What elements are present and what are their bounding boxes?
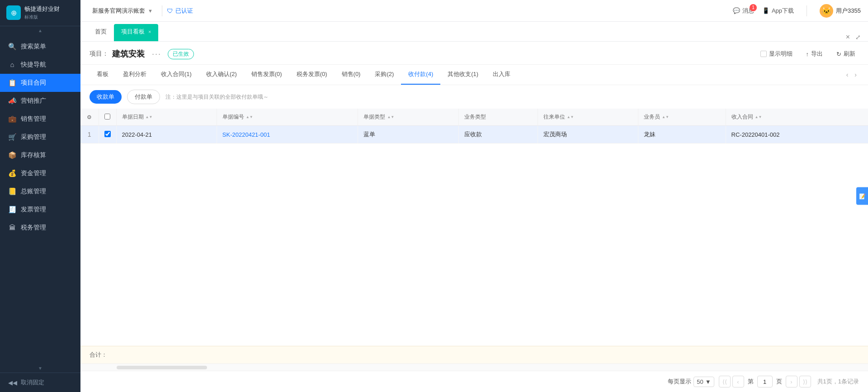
col-number[interactable]: 单据编号 ▲▼ [217,109,358,126]
show-detail-button[interactable]: 显示明细 [757,48,796,60]
gear-icon[interactable]: ⚙ [87,114,92,120]
sidebar-scroll-down[interactable]: ▼ [0,364,80,373]
sub-tab-sales-invoice[interactable]: 销售发票(0) [244,65,289,85]
col-date[interactable]: 单据日期 ▲▼ [116,109,217,126]
project-header: 项目： 建筑安装 ··· 已生效 显示明细 ↑ 导出 ↻ 刷新 [80,42,868,65]
sub-tab-income-contract[interactable]: 收入合同(1) [154,65,199,85]
col-salesperson[interactable]: 业务员 ▲▼ [638,109,726,126]
page-number-input[interactable] [757,376,773,387]
sidebar-unpin[interactable]: ◀◀ 取消固定 [0,373,80,392]
refresh-button[interactable]: ↻ 刷新 [833,48,859,60]
sidebar-item-ledger[interactable]: 📒 总账管理 [0,182,80,201]
user-menu[interactable]: 🐱 用户3355 [820,4,861,18]
sidebar-scroll-up[interactable]: ▲ [0,26,80,35]
sub-tabs: 看板 盈利分析 收入合同(1) 收入确认(2) 销售发票(0) 税务发票(0) … [80,65,868,85]
col-gear[interactable]: ⚙ [80,109,99,126]
sort-number-icon[interactable]: ▲▼ [246,115,253,119]
row-select-checkbox[interactable] [104,131,111,137]
sub-tab-income-confirm-label: 收入确认(2) [206,71,237,77]
col-type[interactable]: 单据类型 ▲▼ [358,109,458,126]
sub-tab-sales[interactable]: 销售(0) [335,65,368,85]
table-wrapper[interactable]: ⚙ 单据日期 ▲▼ 单据编号 [80,109,868,346]
prev-page-button[interactable]: ‹ [732,376,744,387]
col-partner[interactable]: 往来单位 ▲▼ [538,109,638,126]
tab-home[interactable]: 首页 [88,24,114,41]
search-icon: 🔍 [8,43,16,51]
sub-tab-next-button[interactable]: › [852,70,859,79]
sidebar: ⊕ 畅捷通好业财 标准版 ▲ 🔍 搜索菜单 ⌂ 快捷导航 📋 项目合同 📣 营销… [0,0,80,392]
scroll-up-arrow[interactable]: ▲ [38,28,42,33]
sidebar-item-sales[interactable]: 💼 销售管理 [0,110,80,128]
workspace-name: 新服务官网演示账套 [92,7,145,15]
tab-close-icon[interactable]: × [148,29,151,34]
sidebar-item-invoice[interactable]: 🧾 发票管理 [0,201,80,219]
col-salesperson-label: 业务员 [644,113,660,121]
sub-tab-payment[interactable]: 收付款(4) [401,65,440,85]
sidebar-item-search[interactable]: 🔍 搜索菜单 [0,38,80,56]
sort-partner-icon[interactable]: ▲▼ [567,115,574,119]
topbar-right: 💬 消息 1 📱 App下载 🐱 用户3355 [733,4,861,18]
sidebar-item-label-ledger: 总账管理 [21,187,46,196]
project-more-button[interactable]: ··· [152,49,161,59]
tab-project-board-label: 项目看板 [121,28,145,36]
data-table: ⚙ 单据日期 ▲▼ 单据编号 [80,109,868,143]
row-number-link[interactable]: SK-20220421-001 [222,131,270,138]
page-size-dropdown[interactable]: 50 ▼ [693,377,714,387]
app-download-button[interactable]: 📱 App下载 [762,7,794,15]
total-info: 共1页，1条记录 [817,378,859,386]
app-name: 畅捷通好业财 [24,5,60,13]
feedback-button[interactable]: 📝 [856,187,868,205]
sort-date-icon[interactable]: ▲▼ [146,115,153,119]
row-number[interactable]: SK-20220421-001 [217,126,358,143]
sidebar-header: ⊕ 畅捷通好业财 标准版 [0,0,80,26]
workspace-selector[interactable]: 新服务官网演示账套 ▼ [88,4,157,18]
app-name-block: 畅捷通好业财 标准版 [24,5,60,20]
refresh-label: 刷新 [844,50,855,58]
sub-tab-profit[interactable]: 盈利分析 [116,65,154,85]
sidebar-item-label-marketing: 营销推广 [21,97,46,105]
next-page-button[interactable]: › [786,376,797,387]
page-size-select[interactable]: 每页显示 50 ▼ [668,377,714,387]
export-button[interactable]: ↑ 导出 [802,48,827,60]
sidebar-item-project[interactable]: 📋 项目合同 [0,74,80,92]
sidebar-item-inventory[interactable]: 📦 库存核算 [0,146,80,164]
table-row[interactable]: 1 2022-04-21 SK-20220421-001 蓝单 应收款 宏茂商场… [80,126,868,143]
sub-tab-income-confirm[interactable]: 收入确认(2) [199,65,244,85]
tab-project-board[interactable]: 项目看板 × [114,24,158,41]
table-scrollbar-area[interactable] [80,363,868,371]
shield-icon: 🛡 [167,7,173,14]
sidebar-item-funds[interactable]: 💰 资金管理 [0,164,80,182]
sidebar-item-tax[interactable]: 🏛 税务管理 [0,219,80,237]
purchase-icon: 🛒 [8,133,16,141]
main-area: 新服务官网演示账套 ▼ 🛡 已认证 💬 消息 1 📱 App下载 🐱 用户335… [80,0,868,392]
sort-salesperson-icon[interactable]: ▲▼ [662,115,669,119]
last-page-button[interactable]: ⟩⟩ [799,376,811,387]
sub-tab-kanban[interactable]: 看板 [90,65,116,85]
sidebar-item-purchase[interactable]: 🛒 采购管理 [0,128,80,146]
messages-button[interactable]: 💬 消息 1 [733,7,754,15]
sub-tab-prev-button[interactable]: ‹ [844,70,851,79]
content-area: 项目： 建筑安装 ··· 已生效 显示明细 ↑ 导出 ↻ 刷新 [80,42,868,392]
sort-type-icon[interactable]: ▲▼ [387,115,394,119]
col-income-contract[interactable]: 收入合同 ▲▼ [726,109,868,126]
horizontal-scrollbar[interactable] [117,366,207,369]
scroll-down-arrow[interactable]: ▼ [38,366,42,371]
fukuan-toggle[interactable]: 付款单 [127,90,160,104]
certified-badge: 🛡 已认证 [167,7,193,15]
window-close-button[interactable]: × [846,33,850,41]
shoukuan-toggle[interactable]: 收款单 [90,90,122,104]
sub-tab-tax-invoice[interactable]: 税务发票(0) [289,65,335,85]
select-all-checkbox[interactable] [104,114,110,120]
window-maximize-button[interactable]: ⤢ [855,33,861,41]
row-checkbox-cell[interactable] [99,126,116,143]
sub-tab-other[interactable]: 其他收支(1) [440,65,486,85]
sidebar-item-quicknav[interactable]: ⌂ 快捷导航 [0,56,80,74]
first-page-button[interactable]: ⟨⟨ [719,376,731,387]
sidebar-item-label-project: 项目合同 [21,79,46,87]
sort-income-contract-icon[interactable]: ▲▼ [755,115,762,119]
sub-tab-inout[interactable]: 出入库 [486,65,518,85]
sidebar-item-label-tax: 税务管理 [21,224,46,232]
sub-tab-purchase[interactable]: 采购(2) [368,65,401,85]
fukuan-label: 付款单 [135,93,152,100]
sidebar-item-marketing[interactable]: 📣 营销推广 [0,92,80,110]
